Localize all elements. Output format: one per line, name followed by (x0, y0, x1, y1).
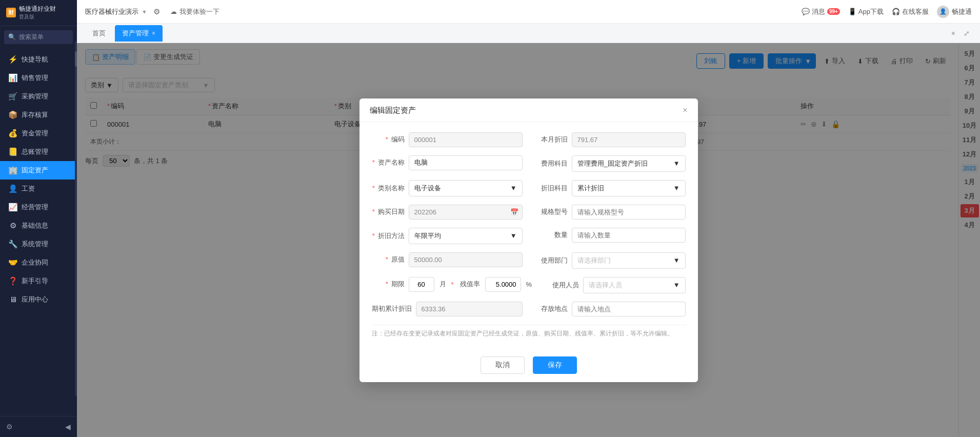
tabbar: 首页 资产管理 × × ⤢ (77, 24, 980, 43)
sidebar-item-inventory[interactable]: 📦 库存核算 (0, 106, 77, 124)
bell-icon: 💬 (802, 8, 810, 15)
field-dep-method: * 折旧方法 年限平均 ▼ (372, 228, 523, 244)
field-initial-dep: 期初累计折旧 (372, 302, 523, 316)
sidebar-label-sys-mgmt: 系统管理 (22, 240, 48, 249)
sidebar-item-app-center[interactable]: 🖥 应用中心 (0, 290, 77, 309)
sidebar-label-ledger: 总账管理 (22, 147, 48, 156)
expense-subject-select[interactable]: 管理费用_固定资产折旧 ▼ (572, 155, 686, 172)
download-icon: 📱 (848, 8, 856, 15)
field-asset-name: * 资产名称 (372, 155, 523, 170)
field-user: 使用人员 请选择人员 ▼ (546, 277, 685, 293)
quantity-input[interactable] (572, 228, 686, 243)
search-icon: 🔍 (8, 33, 16, 41)
sidebar-bottom: ⚙ ◀ (0, 416, 77, 437)
sidebar-item-biz-mgmt[interactable]: 📈 经营管理 (0, 198, 77, 216)
save-button[interactable]: 保存 (533, 356, 577, 374)
notification-btn[interactable]: 💬 消息 99+ (802, 7, 840, 16)
field-location: 存放地点 (535, 302, 686, 316)
expense-chevron-icon: ▼ (673, 160, 680, 167)
user-chevron-icon: ▼ (673, 281, 680, 289)
period-input[interactable] (409, 277, 434, 292)
user-menu[interactable]: 👤 畅捷通 (937, 6, 972, 18)
location-label: 存放地点 (535, 304, 568, 313)
app-download-btn[interactable]: 📱 App下载 (848, 7, 884, 16)
online-service-btn[interactable]: 🎧 在线客服 (892, 7, 929, 16)
collapse-icon[interactable]: ◀ (63, 421, 73, 433)
sidebar-item-fixed-assets[interactable]: 🏢 固定资产 (0, 161, 77, 180)
period-unit: 月 (439, 280, 446, 289)
topbar: 医疗器械行业演示 ▼ ⚙ ☁ 我要体验一下 💬 消息 99+ 📱 App下载 🎧… (77, 0, 980, 24)
app-edition: 普及版 (19, 13, 56, 21)
content-area: 📋 资产明细 📄 变更生成凭证 刘账 + 新增 批量操作 ▼ (77, 43, 980, 437)
location-input[interactable] (572, 302, 686, 316)
window-expand-icon[interactable]: ⤢ (962, 28, 972, 38)
user-placeholder: 请选择人员 (589, 281, 622, 290)
sidebar-item-ledger[interactable]: 📒 总账管理 (0, 143, 77, 161)
modal-close-btn[interactable]: × (683, 106, 687, 114)
sidebar-item-fund[interactable]: 💰 资金管理 (0, 124, 77, 143)
spec-model-label: 规格型号 (535, 207, 568, 216)
modal-body: * 编码 本月折旧 (359, 122, 698, 350)
topbar-title: 医疗器械行业演示 ▼ (85, 7, 147, 16)
field-department: 使用部门 请选择部门 ▼ (535, 252, 686, 269)
period-label: * 期限 (372, 280, 405, 289)
settings-icon[interactable]: ⚙ (4, 421, 15, 433)
dep-subject-select[interactable]: 累计折旧 ▼ (572, 180, 686, 196)
modal-note: 注：已经存在变更记录或者对应固定资产已经生成凭证，原值、购买日期、残值率、累计折… (372, 325, 686, 342)
sidebar-item-salary[interactable]: 👤 工资 (0, 180, 77, 198)
field-spec-model: 规格型号 (535, 205, 686, 220)
tab-asset-mgmt[interactable]: 资产管理 × (115, 25, 163, 42)
window-close-icon[interactable]: × (949, 28, 957, 38)
sidebar-item-sales[interactable]: 📊 销售管理 (0, 69, 77, 87)
sidebar-nav: ⚡ 快捷导航 📊 销售管理 🛒 采购管理 📦 库存核算 💰 资金管理 📒 总账管… (0, 48, 77, 416)
cancel-button[interactable]: 取消 (481, 356, 525, 374)
fund-icon: 💰 (8, 129, 17, 138)
search-menu-item[interactable]: 🔍 搜索菜单 (4, 30, 73, 44)
dep-subject-label: 折旧科目 (535, 184, 568, 193)
dep-subject-chevron-icon: ▼ (673, 184, 680, 192)
logo-icon: 财 (6, 8, 16, 17)
department-select[interactable]: 请选择部门 ▼ (572, 252, 686, 269)
field-expense-subject: 费用科目 管理费用_固定资产折旧 ▼ (535, 155, 686, 172)
category-chevron-icon: ▼ (510, 184, 517, 192)
sidebar-item-sys-mgmt[interactable]: 🔧 系统管理 (0, 235, 77, 253)
sidebar-item-purchase[interactable]: 🛒 采购管理 (0, 87, 77, 106)
tab-home[interactable]: 首页 (85, 25, 113, 42)
experience-btn[interactable]: ☁ 我要体验一下 (170, 7, 219, 16)
dep-method-select[interactable]: 年限平均 ▼ (409, 228, 523, 244)
category-select[interactable]: 电子设备 ▼ (409, 180, 523, 196)
chevron-down-icon[interactable]: ▼ (142, 9, 147, 15)
purchase-date-input[interactable] (409, 205, 523, 220)
spec-model-input[interactable] (572, 205, 686, 220)
user-label: 使用人员 (546, 281, 579, 290)
residual-rate-input[interactable] (485, 277, 521, 292)
sidebar-label-tutorial: 新手引导 (22, 276, 48, 286)
asset-name-input[interactable] (409, 155, 523, 170)
tab-close-icon[interactable]: × (152, 30, 155, 37)
ledger-icon: 📒 (8, 147, 17, 156)
field-dep-subject: 折旧科目 累计折旧 ▼ (535, 180, 686, 196)
field-period: * 期限 月 * 残值率 % (372, 277, 534, 292)
avatar: 👤 (937, 6, 949, 18)
field-purchase-date: * 购买日期 📅 (372, 205, 523, 220)
department-placeholder: 请选择部门 (577, 256, 611, 265)
user-select[interactable]: 请选择人员 ▼ (583, 277, 685, 293)
modal-row-8: 期初累计折旧 存放地点 (372, 302, 686, 316)
sidebar-item-tutorial[interactable]: ❓ 新手引导 (0, 272, 77, 290)
sidebar: 财 畅捷通好业财 普及版 🔍 搜索菜单 ⚡ 快捷导航 📊 销售管理 🛒 采购管理… (0, 0, 77, 437)
home-tab-label: 首页 (92, 29, 106, 38)
settings-gear-icon[interactable]: ⚙ (153, 7, 160, 16)
sidebar-item-quick-nav[interactable]: ⚡ 快捷导航 (0, 50, 77, 69)
sidebar-item-base-info[interactable]: ⚙ 基础信息 (0, 216, 77, 235)
code-input[interactable] (409, 132, 523, 147)
sidebar-item-collab[interactable]: 🤝 企业协同 (0, 253, 77, 272)
biz-mgmt-icon: 📈 (8, 203, 17, 212)
original-value-input[interactable] (409, 252, 523, 267)
sales-icon: 📊 (8, 73, 17, 83)
company-name: 医疗器械行业演示 (85, 7, 138, 16)
search-label: 搜索菜单 (19, 33, 44, 42)
field-quantity: 数量 (535, 228, 686, 243)
inventory-icon: 📦 (8, 110, 17, 120)
app-logo: 财 畅捷通好业财 普及版 (0, 0, 77, 26)
topbar-right: 💬 消息 99+ 📱 App下载 🎧 在线客服 👤 畅捷通 (802, 6, 972, 18)
